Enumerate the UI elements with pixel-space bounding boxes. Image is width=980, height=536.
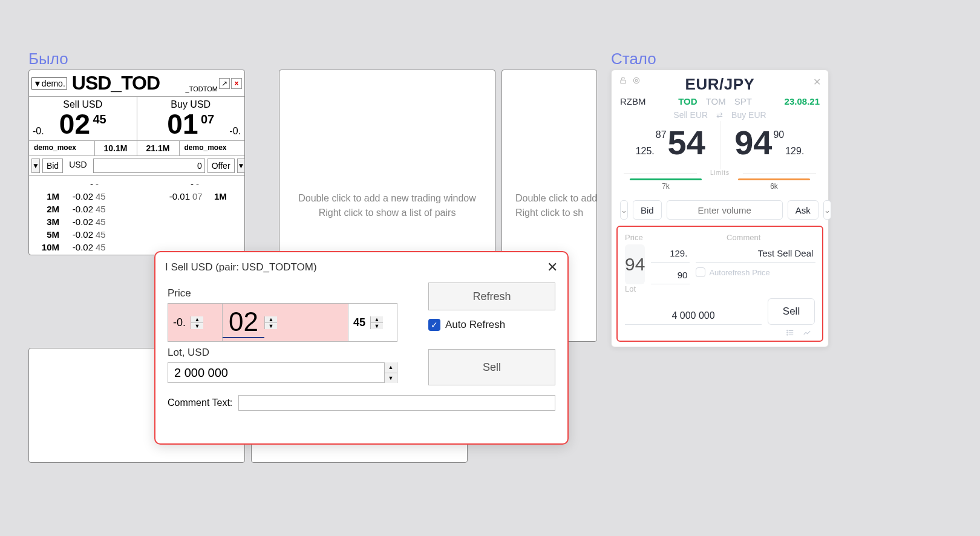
lot-label: Lot, USD <box>168 347 416 359</box>
source-left: demo_moex <box>29 141 95 155</box>
volume-ladder: - - - - 1M -0.02 45 -0.01 07 1M 2M -0.02… <box>29 176 244 255</box>
spinner-down-icon[interactable]: ▼ <box>385 373 397 384</box>
ladder-row[interactable]: 5M -0.02 45 <box>29 228 244 241</box>
buy-pips: 07 <box>201 113 214 126</box>
sell-pips: 45 <box>93 113 106 126</box>
vol-left: 10.1M <box>95 141 137 155</box>
ladder-row[interactable]: 2M -0.02 45 <box>29 203 244 215</box>
value-date[interactable]: 23.08.21 <box>785 96 820 106</box>
ask-button[interactable]: Ask <box>788 200 818 220</box>
sell-button[interactable]: Sell <box>428 349 555 385</box>
bid-button[interactable]: Bid <box>42 159 63 173</box>
target-icon[interactable] <box>632 76 641 85</box>
spinner-up-icon[interactable]: ▲ <box>191 316 203 323</box>
ladder-val: 45 <box>96 242 114 252</box>
ladder-dash-l1: - <box>63 178 93 189</box>
deal-panel: Price Comment 94 Autorefresh Price Lot S… <box>616 226 823 342</box>
deal-handle-input[interactable] <box>651 244 690 263</box>
limit-right-value: 6k <box>738 182 810 191</box>
comment-heading: Comment <box>679 233 815 242</box>
autorefresh-checkbox[interactable] <box>696 267 705 277</box>
refresh-button[interactable]: Refresh <box>428 283 555 310</box>
svg-point-6 <box>787 330 788 331</box>
tenor-spt[interactable]: SPT <box>734 96 752 106</box>
ladder-val: 45 <box>96 204 114 214</box>
empty-tile-hint-1: Double click to add a new trading window <box>298 193 476 204</box>
svg-point-1 <box>633 77 639 83</box>
price-big[interactable]: 02 <box>223 307 264 338</box>
svg-rect-0 <box>621 80 626 83</box>
amount-input[interactable] <box>93 159 205 173</box>
lot-input[interactable] <box>168 366 384 380</box>
ladder-label: 10M <box>35 242 59 252</box>
limit-bar-right <box>738 178 810 180</box>
old-trading-tile: ▼demo. USD_TOD _TODTOM ↗ × Sell USD -0. … <box>28 70 245 255</box>
tenor-tom[interactable]: TOM <box>706 96 726 106</box>
dialog-title: I Sell USD (pair: USD_TODTOM) <box>165 261 317 273</box>
vol-right: 21.1M <box>137 141 180 155</box>
buy-pips-top: 90 <box>773 129 784 140</box>
spinner-up-icon[interactable]: ▲ <box>371 316 383 323</box>
empty-tile-hint-2: Right click to sh <box>515 208 583 218</box>
buy-big: 94 <box>734 126 772 160</box>
auto-refresh-checkbox[interactable]: ✓ <box>428 319 440 331</box>
price-heading: Price <box>625 233 679 242</box>
deal-sell-button[interactable]: Sell <box>768 298 815 325</box>
buy-big: 01 <box>167 110 198 138</box>
source-dropdown[interactable]: ▼demo. <box>31 77 67 90</box>
sell-handle-prefix: -0. <box>33 126 44 137</box>
ladder-label: 1M <box>214 191 238 201</box>
ladder-val: 07 <box>192 191 211 201</box>
ladder-dash-r2: - <box>196 178 214 189</box>
sell-dialog: I Sell USD (pair: USD_TODTOM) ✕ Price -0… <box>154 251 569 445</box>
spinner-down-icon[interactable]: ▼ <box>265 323 277 329</box>
limits-label: Limits <box>624 169 816 176</box>
comment-input[interactable] <box>238 395 555 411</box>
deal-big-price[interactable]: 94 <box>625 244 645 284</box>
offer-arrow-down-icon[interactable]: ▼ <box>237 159 246 173</box>
chart-icon[interactable] <box>802 328 812 337</box>
lock-icon[interactable] <box>619 76 627 85</box>
ask-mode-dropdown[interactable]: ⌄ <box>823 200 831 220</box>
swap-icon[interactable]: ⇄ <box>716 111 723 120</box>
price-pips[interactable]: 45 <box>348 316 370 329</box>
tenor-tod[interactable]: TOD <box>678 96 697 106</box>
sell-quote[interactable]: 125. 87 54 <box>621 121 720 169</box>
buy-quote[interactable]: 94 90 129. <box>720 121 819 169</box>
volume-input[interactable] <box>667 200 783 220</box>
close-button[interactable]: × <box>231 78 242 89</box>
svg-point-8 <box>787 335 788 335</box>
spinner-up-icon[interactable]: ▲ <box>385 362 397 373</box>
dialog-close-icon[interactable]: ✕ <box>547 260 558 275</box>
account-label[interactable]: RZBM <box>620 96 646 106</box>
ladder-val: 45 <box>96 229 114 240</box>
spinner-down-icon[interactable]: ▼ <box>191 323 203 329</box>
sell-big: 54 <box>668 126 705 160</box>
price-label: Price <box>168 287 416 299</box>
list-view-icon[interactable] <box>785 328 795 337</box>
ladder-row[interactable]: 1M -0.02 45 -0.01 07 1M <box>29 190 244 203</box>
close-icon[interactable]: ✕ <box>813 76 821 88</box>
deal-pips-input[interactable] <box>651 266 690 284</box>
buy-quote[interactable]: Buy USD 01 07 -0. <box>137 97 245 140</box>
popout-button[interactable]: ↗ <box>219 78 230 89</box>
pair-title: EUR/JPY <box>619 75 821 94</box>
bid-arrow-down-icon[interactable]: ▼ <box>31 159 40 173</box>
spinner-down-icon[interactable]: ▼ <box>371 323 383 329</box>
bid-button[interactable]: Bid <box>633 200 662 220</box>
deal-lot-input[interactable] <box>625 307 762 325</box>
offer-button[interactable]: Offer <box>207 159 235 173</box>
limit-left-value: 7k <box>630 182 702 191</box>
deal-comment-input[interactable] <box>696 244 815 263</box>
ladder-val: -0.02 <box>63 217 93 227</box>
pair-title: USD_TOD <box>72 72 188 94</box>
ccy-label: USD <box>65 159 91 173</box>
ladder-row[interactable]: 3M -0.02 45 <box>29 215 244 228</box>
sell-quote[interactable]: Sell USD -0. 02 45 <box>29 97 137 140</box>
bid-mode-dropdown[interactable]: ⌄ <box>620 200 628 220</box>
sell-pips-top: 87 <box>656 129 667 140</box>
ladder-val: -0.02 <box>63 242 93 252</box>
price-handle[interactable]: -0. <box>168 316 191 329</box>
tenor-tabs: TOD TOM SPT <box>646 96 785 106</box>
spinner-up-icon[interactable]: ▲ <box>265 316 277 323</box>
